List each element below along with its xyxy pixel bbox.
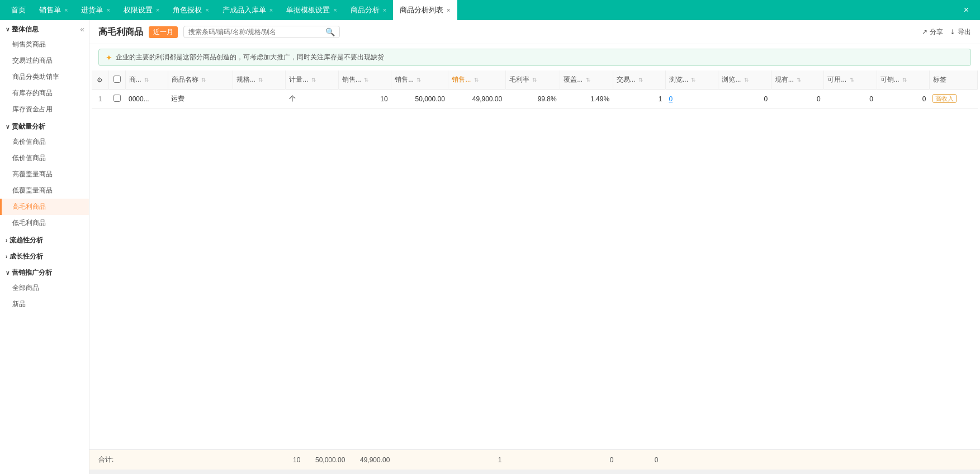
sidebar-item-low-value[interactable]: 低价值商品: [0, 150, 89, 166]
col-coverage[interactable]: 覆盖... ⇅: [560, 71, 613, 90]
footer-label: 合计:: [98, 455, 113, 464]
row-tag: 高收入: [929, 90, 977, 109]
row-stock: 0: [771, 90, 823, 109]
col-tag[interactable]: 标签: [929, 71, 977, 90]
sidebar-item-category-assist[interactable]: 商品分类助销率: [0, 69, 89, 85]
row-browse-a[interactable]: 0: [665, 90, 718, 109]
table-footer: 合计: 10 50,000.00 49,900.00 1 0 0: [89, 449, 980, 470]
row-code: 0000...: [125, 90, 168, 109]
row-coverage: 1.49%: [560, 90, 613, 109]
table-row: 1 0000... 运费 个 10 50,000.00 49,900.00 99…: [92, 90, 978, 109]
col-transactions[interactable]: 交易... ⇅: [613, 71, 665, 90]
sidebar-item-stock-goods[interactable]: 有库存的商品: [0, 85, 89, 101]
export-button[interactable]: ⤓ 导出: [950, 27, 971, 37]
sidebar-collapse-button[interactable]: «: [80, 25, 84, 34]
sidebar-group-marketing[interactable]: ∨ 营销推广分析: [0, 264, 89, 280]
nav-sales-order[interactable]: 销售单 ×: [32, 0, 74, 20]
row-sellable: 0: [877, 90, 929, 109]
content-area: 高毛利商品 近一月 🔍 ↗ 分享 ⤓ 导出 ✦ 企业的主要的利润都是这部分商品创…: [89, 20, 980, 474]
close-icon[interactable]: ×: [64, 7, 68, 13]
row-browse-b: 0: [718, 90, 771, 109]
col-browse-a[interactable]: 浏览... ⇅: [665, 71, 718, 90]
close-icon[interactable]: ×: [156, 7, 159, 13]
close-icon[interactable]: ×: [269, 7, 273, 13]
row-unit: 个: [286, 90, 338, 109]
close-icon[interactable]: ×: [205, 7, 209, 13]
sidebar-item-low-margin[interactable]: 低毛利商品: [0, 215, 89, 231]
sidebar-item-all-goods[interactable]: 全部商品: [0, 280, 89, 296]
sidebar-item-new-goods[interactable]: 新品: [0, 296, 89, 312]
col-code[interactable]: 商... ⇅: [125, 71, 168, 90]
window-close-button[interactable]: ×: [957, 5, 976, 15]
row-sales-qty: 10: [338, 90, 391, 109]
search-icon[interactable]: 🔍: [325, 27, 335, 36]
search-box: 🔍: [183, 26, 340, 38]
content-header: 高毛利商品 近一月 🔍 ↗ 分享 ⤓ 导出: [89, 20, 980, 44]
footer-stock: 0: [572, 456, 617, 464]
sidebar-group-growth[interactable]: › 成长性分析: [0, 247, 89, 264]
sidebar-item-high-value[interactable]: 高价值商品: [0, 134, 89, 150]
close-icon[interactable]: ×: [333, 7, 337, 13]
nav-purchase-order[interactable]: 进货单 ×: [74, 0, 116, 20]
sidebar-item-high-coverage[interactable]: 高覆盖量商品: [0, 166, 89, 182]
footer-sales-profit: 49,900.00: [348, 456, 393, 464]
row-transactions: 1: [613, 90, 665, 109]
nav-template-settings[interactable]: 单据模板设置 ×: [280, 0, 343, 20]
row-name: 运费: [168, 90, 233, 109]
close-icon[interactable]: ×: [447, 7, 450, 13]
nav-permission-settings[interactable]: 权限设置 ×: [117, 0, 166, 20]
page-title: 高毛利商品: [98, 26, 143, 38]
col-spec[interactable]: 规格... ⇅: [233, 71, 285, 90]
header-actions: ↗ 分享 ⤓ 导出: [922, 27, 971, 37]
row-checkbox: [108, 90, 125, 109]
arrow-collapsed-icon: ›: [6, 254, 7, 260]
table-header-row: ⚙ 商... ⇅ 商品名称 ⇅ 规格... ⇅ 计量... ⇅ 销售... ⇅ …: [92, 71, 978, 90]
horizontal-scrollbar[interactable]: [89, 470, 980, 474]
row-gross-rate: 99.8%: [505, 90, 560, 109]
nav-home[interactable]: 首页: [4, 0, 32, 20]
arrow-icon: ∨: [6, 26, 10, 32]
sidebar-item-stock-capital[interactable]: 库存资金占用: [0, 101, 89, 118]
col-sales-qty[interactable]: 销售... ⇅: [338, 71, 391, 90]
sidebar-item-high-margin[interactable]: 高毛利商品: [0, 199, 89, 215]
col-browse-b[interactable]: 浏览... ⇅: [718, 71, 771, 90]
info-banner: ✦ 企业的主要的利润都是这部分商品创造的，可考虑加大推广，同时关注库存是不要出现…: [98, 49, 971, 66]
col-sales-profit[interactable]: 销售... ⇅: [448, 71, 505, 90]
sidebar-group-trend[interactable]: › 流趋性分析: [0, 231, 89, 247]
share-icon: ↗: [922, 28, 927, 36]
row-select-checkbox[interactable]: [113, 95, 121, 102]
sidebar-group-overall[interactable]: ∨ 整体信息: [0, 20, 89, 36]
close-icon[interactable]: ×: [106, 7, 110, 13]
sidebar-item-traded-goods[interactable]: 交易过的商品: [0, 53, 89, 69]
row-sales-profit: 49,900.00: [448, 90, 505, 109]
col-sellable[interactable]: 可销... ⇅: [877, 71, 929, 90]
col-available[interactable]: 可用... ⇅: [824, 71, 877, 90]
col-unit[interactable]: 计量... ⇅: [286, 71, 338, 90]
row-sales-amt: 50,000.00: [391, 90, 448, 109]
share-button[interactable]: ↗ 分享: [922, 27, 943, 37]
arrow-icon: ∨: [6, 270, 10, 276]
select-all-checkbox[interactable]: [113, 76, 121, 83]
info-icon: ✦: [106, 53, 112, 62]
sidebar-item-low-coverage[interactable]: 低覆盖量商品: [0, 182, 89, 199]
nav-role-auth[interactable]: 角色授权 ×: [166, 0, 215, 20]
product-table: ⚙ 商... ⇅ 商品名称 ⇅ 规格... ⇅ 计量... ⇅ 销售... ⇅ …: [92, 71, 978, 109]
row-available: 0: [824, 90, 877, 109]
nav-product-storage[interactable]: 产成品入库单 ×: [216, 0, 280, 20]
sidebar-group-contribution[interactable]: ∨ 贡献量分析: [0, 118, 89, 134]
row-spec: [233, 90, 285, 109]
close-icon[interactable]: ×: [383, 7, 386, 13]
row-num: 1: [92, 90, 108, 109]
nav-product-analysis[interactable]: 商品分析 ×: [344, 0, 393, 20]
col-sales-amt[interactable]: 销售... ⇅: [391, 71, 448, 90]
footer-available: 0: [617, 456, 661, 464]
time-filter-button[interactable]: 近一月: [149, 26, 178, 38]
col-stock[interactable]: 现有... ⇅: [771, 71, 823, 90]
sidebar-item-sales-goods[interactable]: 销售类商品: [0, 36, 89, 53]
col-gross-rate[interactable]: 毛利率 ⇅: [505, 71, 560, 90]
nav-product-analysis-list[interactable]: 商品分析列表 ×: [393, 0, 457, 20]
search-input[interactable]: [188, 28, 325, 36]
col-name[interactable]: 商品名称 ⇅: [168, 71, 233, 90]
col-settings[interactable]: ⚙: [92, 71, 108, 90]
sidebar: « ∨ 整体信息 销售类商品 交易过的商品 商品分类助销率 有库存的商品 库存资…: [0, 20, 89, 474]
